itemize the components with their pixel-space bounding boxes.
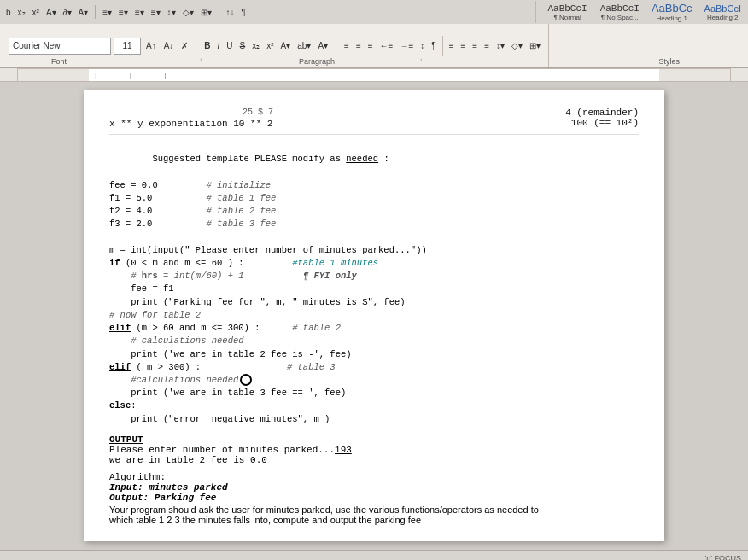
font-name-input[interactable] [9, 38, 111, 55]
style-h1-text: AaBbCc [652, 2, 692, 15]
code-line-elif1: elif (m > 60 and m <= 300) : # table 2 [109, 322, 639, 335]
sort-icon[interactable]: ↕▾ [165, 5, 178, 20]
style-nospace-preview[interactable]: AaBbCcI ¶ No Spac... [597, 3, 643, 22]
align-left-btn[interactable]: ≡ [447, 38, 457, 53]
code-line-print2: print ('we are in table 2 fee is -', fee… [109, 348, 639, 361]
style-h1-preview[interactable]: AaBbCc Heading 1 [648, 1, 696, 23]
code-line-m: m = int(input(" Please enter number of m… [109, 244, 639, 257]
shading-btn[interactable]: ◇▾ [509, 38, 525, 53]
ruler: | | | | [0, 68, 748, 82]
code-line-fee: fee = f1 [109, 283, 639, 295]
font-icon[interactable]: A▾ [76, 5, 91, 20]
code-line-print1: print ("Parking fee for ", m, " minutes … [109, 296, 639, 309]
output-label: OUTPUT [109, 435, 639, 445]
style-normal-label: ¶ Normal [553, 14, 581, 21]
math-examples: 25 $ 7 x ** y exponentiation 10 ** 2 [109, 108, 273, 129]
align-justify-btn[interactable]: ≡ [482, 38, 492, 53]
style-h2-preview[interactable]: AaBbCcI Heading 2 [701, 3, 745, 22]
code-line-print3: print ('we are in table 3 fee == ', fee) [109, 387, 639, 400]
font-section-label: Font [51, 57, 67, 66]
code-line-hrs: # hrs = int(m/60) + 1 ¶ FYI only [109, 270, 639, 283]
focus-label: 'n' FOCUS [705, 554, 741, 561]
style-h2-label: Heading 2 [707, 14, 738, 21]
align-center-btn[interactable]: ≡ [459, 38, 469, 53]
decrease-font-icon[interactable]: A↓ [161, 38, 177, 53]
math-right: 4 (remainder) 100 (== 10²) [565, 108, 639, 128]
sort-asc-icon[interactable]: ↑↓ [224, 5, 237, 20]
borders-btn[interactable]: ⊞▾ [527, 38, 543, 53]
line-spacing-btn[interactable]: ↕▾ [494, 38, 507, 53]
bullets-btn[interactable]: ≡ [342, 38, 352, 53]
numbering-btn[interactable]: ≡ [354, 38, 364, 53]
underline-button[interactable]: U [224, 38, 235, 53]
algorithm-desc1: Your program should ask the user for min… [109, 505, 639, 515]
code-block: Suggested template PLEASE modify as need… [109, 140, 639, 426]
output-section: OUTPUT Please enter number of minutes pa… [109, 435, 639, 465]
outdent-icon[interactable]: ≡▾ [149, 5, 163, 20]
pilcrow-icon[interactable]: ¶ [239, 5, 248, 20]
ruler-numbers: 25 $ 7 [109, 108, 273, 117]
increase-indent-btn[interactable]: →≡ [397, 38, 416, 53]
ribbon-row1: b x₂ x² A▾ ∂▾ A▾ ≡▾ ≡▾ ≡▾ ≡▾ ↕▾ ◇▾ ⊞▾ ↑↓… [0, 0, 748, 24]
code-comment-table2: # now for table 2 [109, 309, 639, 322]
clear-format-icon[interactable]: ✗ [178, 38, 190, 53]
math-line: x ** y exponentiation 10 ** 2 [109, 119, 273, 129]
template-heading: Suggested template PLEASE modify as need… [109, 140, 639, 179]
font-color-icon[interactable]: A▾ [44, 5, 59, 20]
algorithm-desc2: which table 1 2 3 the minutes falls into… [109, 515, 639, 525]
shading-icon[interactable]: ◇▾ [180, 5, 196, 20]
code-line-blank1 [109, 231, 639, 244]
output-fee-label: Output: Parking fee [109, 493, 639, 503]
list-icon[interactable]: ≡▾ [100, 5, 114, 20]
code-line-2: f1 = 5.0 # table 1 fee [109, 192, 639, 205]
decrease-indent-btn[interactable]: ←≡ [377, 38, 396, 53]
heading-text: Suggested template PLEASE modify as need… [152, 154, 389, 164]
italic-button[interactable]: I [215, 38, 223, 53]
ruler-marks: | | | | [17, 68, 731, 82]
sort-btn[interactable]: ↕ [418, 38, 427, 53]
subscript-icon[interactable]: x₂ [15, 5, 28, 20]
paragraph-group: ≡ ≡ ≡ ←≡ →≡ ↕ ¶ ≡ ≡ ≡ ≡ ↕▾ ◇▾ ⊞▾ [336, 24, 549, 67]
code-line-print4: print ("error negative minutes", m ) [109, 413, 639, 426]
code-line-else: else: [109, 400, 639, 412]
bold-icon[interactable]: b [3, 5, 14, 20]
styles-section-label: Styles [658, 57, 680, 66]
style-nospace-text: AaBbCcI [600, 3, 640, 14]
style-nospace-label: ¶ No Spac... [601, 14, 639, 21]
paragraph-section-label: Paragraph [299, 57, 335, 66]
code-line-elif2: elif ( m > 300) : # table 3 [109, 361, 639, 374]
code-line-1: fee = 0.0 # initialize [109, 179, 639, 192]
output-line1: Please enter number of minutes parked...… [109, 445, 639, 455]
input-label: Input: minutes parked [109, 482, 639, 493]
superscript-btn[interactable]: x² [264, 38, 276, 53]
superscript-icon[interactable]: x² [30, 5, 42, 20]
subscript-btn[interactable]: x₂ [249, 38, 262, 53]
algorithm-section: Algorithm: Input: minutes parked Output:… [109, 472, 639, 525]
output-line2: we are in table 2 fee is 0.0 [109, 455, 639, 465]
fontcolor-btn[interactable]: A▾ [315, 38, 330, 53]
increase-font-icon[interactable]: A↑ [143, 38, 159, 53]
strikethrough-button[interactable]: S [237, 38, 248, 53]
page[interactable]: 25 $ 7 x ** y exponentiation 10 ** 2 4 (… [84, 90, 664, 541]
highlight-icon[interactable]: ∂▾ [61, 5, 74, 20]
code-line-3: f2 = 4.0 # table 2 fee [109, 205, 639, 218]
style-normal-preview[interactable]: AaBbCcI ¶ Normal [543, 2, 591, 23]
numberedlist-icon[interactable]: ≡▾ [116, 5, 131, 20]
font-group: A↑ A↓ ✗ [3, 24, 196, 67]
para-marks-btn[interactable]: ¶ [429, 38, 438, 53]
para-dialog-launcher[interactable]: ⌟ [418, 54, 422, 62]
text-effects-btn[interactable]: A▾ [278, 38, 294, 53]
highlight-btn[interactable]: ab▾ [295, 38, 313, 53]
code-line-calc2: #calculations needed [109, 374, 639, 387]
multilevel-btn[interactable]: ≡ [365, 38, 376, 53]
doc-area: 25 $ 7 x ** y exponentiation 10 ** 2 4 (… [0, 82, 748, 550]
font-size-input[interactable] [114, 38, 141, 55]
border-icon[interactable]: ⊞▾ [198, 5, 214, 20]
indent-icon[interactable]: ≡▾ [132, 5, 147, 20]
page-top: 25 $ 7 x ** y exponentiation 10 ** 2 4 (… [109, 108, 639, 129]
align-right-btn[interactable]: ≡ [470, 38, 480, 53]
bold-button[interactable]: B [202, 38, 213, 53]
style-h2-text: AaBbCcI [704, 3, 741, 14]
font-dialog-launcher[interactable]: ⌟ [198, 54, 202, 62]
remainder-example: 100 (== 10²) [565, 118, 639, 128]
